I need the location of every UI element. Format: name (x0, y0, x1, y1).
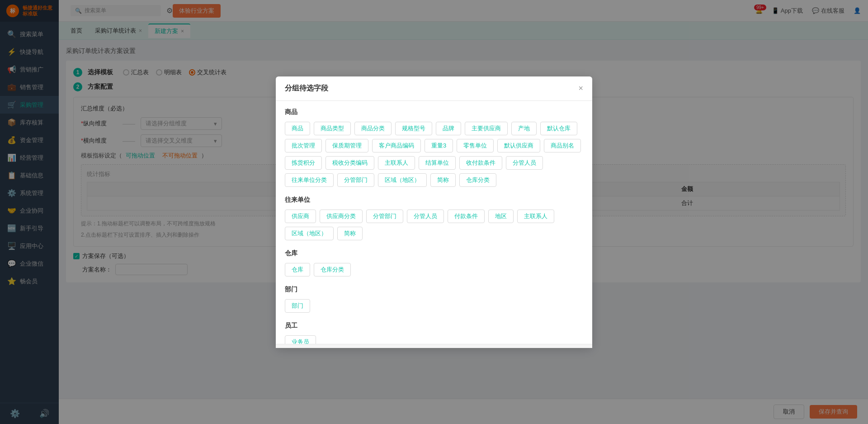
field-tags-4: 业务员 (285, 335, 583, 344)
field-tag-1-6[interactable]: 主联系人 (517, 210, 554, 223)
field-tag-0-21[interactable]: 往来单位分类 (285, 173, 334, 187)
field-tag-1-4[interactable]: 付款条件 (448, 210, 485, 223)
field-tags-1: 供应商供应商分类分管部门分管人员付款条件地区主联系人区域（地区）简称 (285, 210, 583, 240)
field-tag-0-3[interactable]: 规格型号 (395, 122, 432, 135)
field-tag-0-6[interactable]: 产地 (511, 122, 537, 135)
field-tag-0-5[interactable]: 主要供应商 (465, 122, 508, 135)
field-tag-0-9[interactable]: 保质期管理 (326, 139, 368, 152)
modal: 分组待选字段 × 商品商品商品类型商品分类规格型号品牌主要供应商产地默认仓库批次… (276, 76, 592, 348)
modal-title: 分组待选字段 (285, 84, 328, 93)
field-tag-0-1[interactable]: 商品类型 (314, 122, 351, 135)
field-tags-3: 部门 (285, 299, 583, 313)
field-tag-0-18[interactable]: 结算单位 (419, 156, 456, 170)
field-tag-0-22[interactable]: 分管部门 (337, 173, 374, 187)
field-tag-0-25[interactable]: 仓库分类 (459, 173, 496, 187)
field-group-title-3: 部门 (285, 286, 583, 294)
field-tag-0-23[interactable]: 区域（地区） (378, 173, 427, 187)
field-tag-1-5[interactable]: 地区 (488, 210, 514, 223)
field-tag-0-15[interactable]: 拣货积分 (285, 156, 322, 170)
field-tag-0-2[interactable]: 商品分类 (354, 122, 392, 135)
field-tag-0-13[interactable]: 默认供应商 (497, 139, 540, 152)
field-tags-0: 商品商品类型商品分类规格型号品牌主要供应商产地默认仓库批次管理保质期管理客户商品… (285, 122, 583, 187)
field-tag-0-19[interactable]: 收付款条件 (459, 156, 502, 170)
modal-body: 商品商品商品类型商品分类规格型号品牌主要供应商产地默认仓库批次管理保质期管理客户… (276, 101, 592, 344)
modal-header: 分组待选字段 × (276, 76, 592, 101)
field-tags-2: 仓库仓库分类 (285, 263, 583, 276)
modal-close-button[interactable]: × (578, 84, 583, 93)
field-group-商品: 商品商品商品类型商品分类规格型号品牌主要供应商产地默认仓库批次管理保质期管理客户… (285, 108, 583, 187)
field-tag-1-0[interactable]: 供应商 (285, 210, 316, 223)
field-group-title-0: 商品 (285, 108, 583, 116)
field-group-往来单位: 往来单位供应商供应商分类分管部门分管人员付款条件地区主联系人区域（地区）简称 (285, 196, 583, 240)
field-tag-0-8[interactable]: 批次管理 (285, 139, 322, 152)
field-group-title-1: 往来单位 (285, 196, 583, 204)
field-tag-1-2[interactable]: 分管部门 (366, 210, 403, 223)
field-tag-0-11[interactable]: 重量3 (425, 139, 453, 152)
field-tag-1-1[interactable]: 供应商分类 (320, 210, 363, 223)
field-tag-0-4[interactable]: 品牌 (436, 122, 461, 135)
field-group-部门: 部门部门 (285, 286, 583, 313)
field-tag-0-12[interactable]: 零售单位 (457, 139, 494, 152)
field-tag-0-7[interactable]: 默认仓库 (540, 122, 577, 135)
field-group-title-4: 员工 (285, 322, 583, 330)
modal-overlay[interactable]: 分组待选字段 × 商品商品商品类型商品分类规格型号品牌主要供应商产地默认仓库批次… (0, 0, 868, 424)
field-tag-1-8[interactable]: 简称 (337, 227, 363, 240)
field-group-title-2: 仓库 (285, 249, 583, 257)
field-tag-0-14[interactable]: 商品别名 (544, 139, 581, 152)
modal-hscroll (276, 344, 592, 348)
field-tag-2-0[interactable]: 仓库 (285, 263, 310, 276)
field-group-仓库: 仓库仓库仓库分类 (285, 249, 583, 276)
field-tag-1-7[interactable]: 区域（地区） (285, 227, 334, 240)
field-tag-0-16[interactable]: 税收分类编码 (326, 156, 374, 170)
field-tag-0-17[interactable]: 主联系人 (378, 156, 415, 170)
field-tag-0-10[interactable]: 客户商品编码 (372, 139, 421, 152)
field-tag-4-0[interactable]: 业务员 (285, 335, 316, 344)
field-tag-0-24[interactable]: 简称 (430, 173, 456, 187)
field-tag-3-0[interactable]: 部门 (285, 299, 310, 313)
field-tag-2-1[interactable]: 仓库分类 (314, 263, 351, 276)
field-group-员工: 员工业务员 (285, 322, 583, 344)
field-tag-0-0[interactable]: 商品 (285, 122, 310, 135)
field-tag-0-20[interactable]: 分管人员 (506, 156, 543, 170)
field-tag-1-3[interactable]: 分管人员 (407, 210, 444, 223)
